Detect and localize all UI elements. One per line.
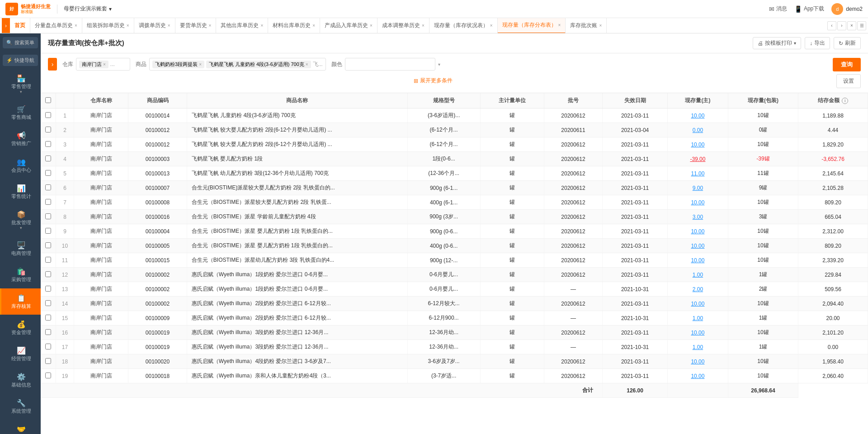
sidebar-quick-nav-btn[interactable]: ⚡ 快捷导航 — [3, 55, 38, 66]
row-qty-main[interactable]: 0.00 — [667, 123, 728, 137]
query-btn[interactable]: 查询 — [833, 58, 861, 71]
row-checkbox[interactable] — [45, 344, 51, 349]
row-qty-main[interactable]: 10.00 — [667, 224, 728, 239]
sidebar-item-wholesale[interactable]: 📦 批发管理 ▾ — [0, 205, 41, 236]
tab-close-icon[interactable]: × — [312, 23, 315, 28]
tab-unpack[interactable]: 组装拆卸单历史 × — [82, 18, 134, 33]
row-checkbox[interactable] — [45, 184, 51, 190]
tab-close-icon[interactable]: × — [370, 23, 373, 28]
row-checkbox[interactable] — [45, 170, 51, 176]
row-checkbox[interactable] — [45, 300, 51, 306]
tab-menu-btn[interactable]: ☰ — [857, 21, 866, 30]
sidebar-item-stock[interactable]: 📋 库存核算 — [0, 288, 41, 315]
row-qty-main[interactable]: 3.00 — [667, 210, 728, 224]
row-checkbox[interactable] — [45, 156, 51, 161]
row-checkbox[interactable] — [45, 286, 51, 292]
tab-require[interactable]: 要货单历史 × — [175, 18, 217, 33]
tab-cost-adjust[interactable]: 成本调整单历史 × — [377, 18, 429, 33]
row-qty-main[interactable]: 1.00 — [667, 268, 728, 282]
row-checkbox[interactable] — [45, 329, 51, 335]
settings-btn[interactable]: 设置 — [836, 74, 861, 88]
message-btn[interactable]: ✉ 消息 — [769, 5, 787, 13]
row-qty-main[interactable]: 10.00 — [667, 326, 728, 340]
sidebar-item-system[interactable]: 🔧 系统管理 — [0, 393, 41, 420]
refresh-btn[interactable]: ↻ 刷新 — [834, 37, 861, 49]
row-checkbox[interactable] — [45, 271, 51, 277]
row-qty-main[interactable]: 9.00 — [667, 181, 728, 195]
row-qty-main[interactable]: 1.00 — [667, 340, 728, 354]
product-tag-1-close[interactable]: × — [199, 62, 202, 67]
tab-close-icon[interactable]: × — [75, 23, 77, 28]
sidebar-search-btn[interactable]: 🔍 搜索英单 — [3, 37, 38, 48]
tab-next-btn[interactable]: › — [837, 21, 846, 30]
warehouse-filter-dots[interactable]: ... — [110, 61, 115, 67]
row-qty-main[interactable]: 10.00 — [667, 369, 728, 383]
industry-selector[interactable]: 母婴行业演示账套 ▾ — [64, 5, 112, 13]
row-checkbox[interactable] — [45, 213, 51, 219]
tab-stock-status[interactable]: 现存量（库存状况表） × — [429, 18, 498, 33]
sidebar-item-retail-mgmt[interactable]: 🏪 零售管理 ▾ — [0, 69, 41, 99]
sidebar-item-basic[interactable]: ⚙️ 基础信息 — [0, 367, 41, 393]
color-expand-icon[interactable]: ▾ — [438, 62, 440, 67]
sidebar-item-member[interactable]: 👥 会员中心 — [0, 152, 41, 179]
row-qty-main[interactable]: 10.00 — [667, 137, 728, 152]
print-btn[interactable]: 🖨 按模板打印 ▾ — [753, 37, 801, 49]
product-filter-dots[interactable]: 飞... — [313, 61, 323, 68]
row-qty-main[interactable]: 10.00 — [667, 354, 728, 369]
tab-close-icon[interactable]: × — [209, 23, 212, 28]
tab-close-icon[interactable]: × — [490, 23, 493, 28]
tab-batch-voucher[interactable]: 库存批次账 × — [566, 18, 607, 33]
tab-prev-btn[interactable]: ‹ — [827, 21, 836, 30]
sidebar-item-finance[interactable]: 💰 资金管理 — [0, 315, 41, 341]
sidebar-item-retail-shop[interactable]: 🛒 零售商城 — [0, 99, 41, 126]
tab-close-icon[interactable]: × — [127, 23, 129, 28]
row-checkbox[interactable] — [45, 257, 51, 263]
row-checkbox[interactable] — [45, 242, 51, 248]
tab-close-icon[interactable]: × — [558, 23, 561, 28]
row-checkbox[interactable] — [45, 228, 51, 234]
row-qty-main[interactable]: 10.00 — [667, 108, 728, 123]
product-tag-2-close[interactable]: × — [306, 62, 308, 67]
amount-info-icon[interactable]: i — [842, 98, 848, 104]
tab-other-out[interactable]: 其他出库单历史 × — [216, 18, 268, 33]
row-checkbox[interactable] — [45, 373, 51, 378]
tab-home[interactable]: 首页 — [10, 18, 30, 33]
tab-stock-dist[interactable]: 现存量（库存分布表） × — [498, 18, 566, 33]
row-qty-main[interactable]: 10.00 — [667, 195, 728, 210]
sidebar-item-marketing[interactable]: 📢 营销推广 — [0, 126, 41, 152]
tab-product-in[interactable]: 产成品入库单历史 × — [320, 18, 377, 33]
row-qty-main[interactable]: 2.00 — [667, 282, 728, 297]
sidebar-item-enterprise[interactable]: 🤝 企业协同 — [0, 420, 41, 434]
sidebar-item-retail-stats[interactable]: 📊 零售统计 — [0, 179, 41, 205]
warehouse-tag-close[interactable]: × — [103, 62, 106, 67]
tab-split[interactable]: 分量盘点单历史 × — [30, 18, 82, 33]
row-checkbox[interactable] — [45, 358, 51, 364]
tab-close-icon[interactable]: × — [260, 23, 263, 28]
row-qty-main[interactable]: 11.00 — [667, 166, 728, 181]
row-qty-main[interactable]: 10.00 — [667, 253, 728, 268]
row-qty-main[interactable]: 1.00 — [667, 311, 728, 326]
row-checkbox[interactable] — [45, 141, 51, 147]
select-all-checkbox[interactable] — [45, 97, 51, 103]
user-area[interactable]: d demo2 — [831, 3, 863, 15]
color-tags[interactable] — [345, 58, 435, 71]
tab-close-icon[interactable]: × — [599, 23, 602, 28]
tab-close-icon[interactable]: × — [422, 23, 425, 28]
row-qty-main[interactable]: 10.00 — [667, 297, 728, 311]
sidebar-item-purchase[interactable]: 🛍️ 采购管理 — [0, 262, 41, 288]
tab-expand-btn[interactable]: › — [2, 18, 10, 33]
product-tags[interactable]: 飞鹤奶粉3段两提装 × 飞鹤星飞帆 儿童奶粉 4段(3-6岁适用) 700克 ×… — [149, 58, 326, 71]
row-qty-main[interactable]: -39.00 — [667, 152, 728, 166]
tab-close-all-btn[interactable]: × — [847, 21, 856, 30]
sidebar-item-ecommerce[interactable]: 🖥️ 电商管理 — [0, 236, 41, 262]
row-checkbox[interactable] — [45, 112, 51, 118]
sidebar-item-operation[interactable]: 📈 经营管理 — [0, 341, 41, 367]
warehouse-tags[interactable]: 南岸门店 × ... — [76, 58, 130, 71]
tab-close-icon[interactable]: × — [168, 23, 170, 28]
app-download-btn[interactable]: 📱 App下载 — [794, 5, 824, 13]
tab-material-out[interactable]: 材料出库单历史 × — [268, 18, 320, 33]
tab-mix[interactable]: 调拨单历史 × — [134, 18, 175, 33]
expand-more-btn[interactable]: ⊞ 展开更多条件 — [414, 77, 453, 85]
row-checkbox[interactable] — [45, 127, 51, 132]
row-qty-main[interactable]: 10.00 — [667, 239, 728, 253]
